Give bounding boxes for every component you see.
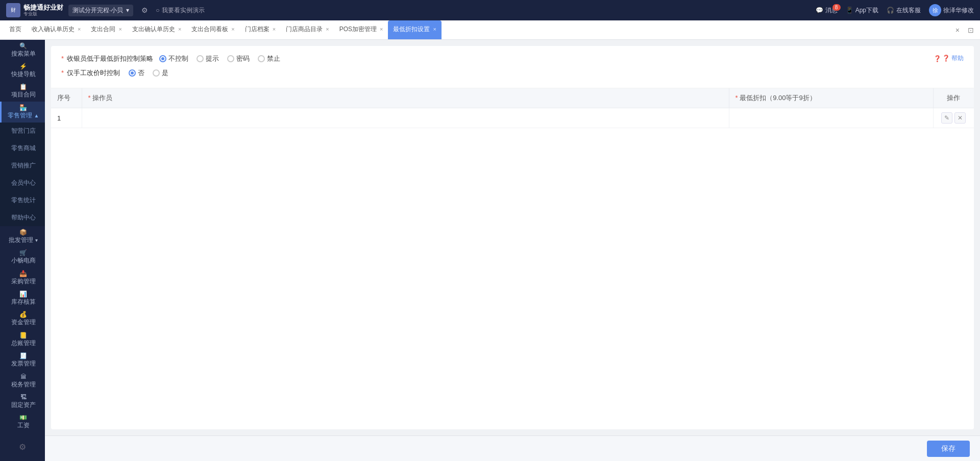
manual-label-text: 仅手工改价时控制 — [67, 69, 120, 77]
policy-option-remind[interactable]: 提示 — [197, 54, 219, 63]
sidebar-item-general-ledger[interactable]: 📒 总账管理 — [0, 329, 45, 350]
tab-pos-password[interactable]: POS加密管理 × — [334, 20, 388, 40]
sidebar-item-purchase-management[interactable]: 📥 采购管理 — [0, 268, 45, 288]
discount-table: 序号 * 操作员 * 最低折扣（9.00等于9折） 操作 — [51, 88, 974, 128]
policy-option-password-label: 密码 — [236, 54, 250, 63]
tab-close-btn[interactable]: × — [953, 26, 962, 34]
ecommerce-icon: 🛒 — [19, 249, 27, 256]
sidebar-item-marketing[interactable]: 营销推广 — [0, 157, 45, 174]
tab-close-payment-confirm-history[interactable]: × — [178, 27, 181, 32]
edit-button-1[interactable]: ✎ — [941, 112, 952, 124]
sidebar-item-member-center[interactable]: 会员中心 — [0, 174, 45, 191]
policy-option-no-control[interactable]: 不控制 — [159, 54, 188, 63]
manual-option-no[interactable]: 否 — [129, 68, 144, 78]
tab-label-min-discount: 最低折扣设置 — [393, 25, 430, 34]
sidebar-item-ecommerce[interactable]: 🛒 小畅电商 — [0, 247, 45, 267]
manual-radio-group: 否 是 — [129, 68, 168, 78]
sidebar-item-retail-stats[interactable]: 零售统计 — [0, 191, 45, 209]
fixed-assets-icon: 🏗 — [20, 394, 27, 401]
wholesale-management-icon: 📦 — [19, 229, 27, 236]
col-header-min-discount: * 最低折扣（9.00等于9折） — [729, 88, 933, 108]
radio-remind[interactable] — [197, 55, 204, 62]
tab-label-payment-confirm-history: 支出确认单历史 — [132, 25, 175, 34]
tab-close-payment-contract[interactable]: × — [118, 27, 121, 32]
radio-manual-no[interactable] — [129, 69, 136, 77]
radio-password[interactable] — [227, 55, 234, 62]
manual-form-row: * 仅手工改价时控制 否 是 — [61, 68, 934, 78]
service-icon: 🎧 — [887, 7, 894, 14]
tab-close-payment-contract-board[interactable]: × — [231, 27, 234, 32]
logo-main-text: 畅捷通好业财 — [23, 4, 63, 12]
policy-form-row: * 收银员低于最低折扣控制策略 不控制 提示 — [61, 54, 934, 63]
tax-management-icon: 🏛 — [20, 373, 27, 380]
sidebar-item-tax-management[interactable]: 🏛 税务管理 — [0, 371, 45, 391]
policy-option-remind-label: 提示 — [206, 54, 219, 63]
sidebar-item-quick-nav[interactable]: ⚡ 快捷导航 — [0, 60, 45, 81]
sidebar-item-salary[interactable]: 💵 工资 — [0, 412, 45, 432]
policy-option-password[interactable]: 密码 — [227, 54, 250, 63]
sidebar-label-retail-mall: 零售商城 — [11, 144, 36, 153]
help-icon: ❓ — [934, 55, 941, 62]
message-badge: 8 — [832, 4, 841, 11]
quick-nav-icon: ⚡ — [19, 63, 27, 70]
sidebar-label-inventory-calc: 库存核算 — [11, 298, 36, 306]
message-icon: 💬 — [816, 7, 823, 14]
sidebar-label-project-contract: 项目合同 — [11, 90, 36, 99]
sidebar-item-inventory-calc[interactable]: 📊 库存核算 — [0, 288, 45, 308]
table-body: 1 ✎ ✕ — [51, 108, 974, 128]
col-header-action: 操作 — [933, 88, 974, 108]
demo-link-text: 我要看实例演示 — [162, 6, 205, 15]
sidebar-item-project-contract[interactable]: 📋 项目合同 — [0, 81, 45, 102]
sidebar-gear-button[interactable]: ⚙ — [0, 436, 45, 457]
message-action[interactable]: 💬 消息 8 — [816, 6, 838, 15]
policy-option-forbid[interactable]: 禁止 — [258, 54, 280, 63]
header-left: 财 畅捷通好业财 专业版 测试分开完程·小贝 ▾ ⚙ ○ 我要看实例演示 — [6, 3, 205, 17]
sidebar-item-fixed-assets[interactable]: 🏗 固定资产 — [0, 391, 45, 411]
manual-option-yes[interactable]: 是 — [153, 68, 168, 78]
logo-area: 财 畅捷通好业财 专业版 — [6, 3, 63, 17]
tab-close-store-file[interactable]: × — [273, 27, 276, 32]
tab-payment-contract[interactable]: 支出合同 × — [86, 20, 127, 40]
tab-payment-contract-board[interactable]: 支出合同看板 × — [186, 20, 239, 40]
sidebar-item-retail-management[interactable]: 🏪 零售管理 ▲ — [0, 102, 45, 122]
project-selector[interactable]: 测试分开完程·小贝 ▾ — [68, 5, 133, 16]
tab-store-product-catalog[interactable]: 门店商品目录 × — [281, 20, 334, 40]
demo-link[interactable]: ○ 我要看实例演示 — [156, 6, 204, 15]
sidebar-item-invoice-management[interactable]: 🧾 发票管理 — [0, 350, 45, 370]
help-button[interactable]: ❓ ❓ 帮助 — [934, 54, 964, 63]
main-layout: 🔍 搜索菜单 ⚡ 快捷导航 📋 项目合同 🏪 零售管理 ▲ 智营门店 零售商城 … — [0, 40, 980, 461]
col-header-seq: 序号 — [51, 88, 82, 108]
tab-home[interactable]: 首页 — [4, 20, 27, 40]
tab-min-discount[interactable]: 最低折扣设置 × — [388, 20, 441, 40]
online-service-action[interactable]: 🎧 在线客服 — [887, 6, 921, 15]
logo-sub-text: 专业版 — [23, 11, 63, 17]
sidebar-item-smart-store[interactable]: 智营门店 — [0, 123, 45, 140]
tab-label-store-product-catalog: 门店商品目录 — [286, 25, 323, 34]
tab-close-income-history[interactable]: × — [78, 27, 81, 32]
radio-manual-yes[interactable] — [153, 69, 160, 77]
sidebar-item-funds-management[interactable]: 💰 资金管理 — [0, 309, 45, 329]
tab-expand-btn[interactable]: ⊡ — [966, 26, 976, 34]
tab-label-income-history: 收入确认单历史 — [32, 25, 75, 34]
help-label: ❓ 帮助 — [942, 54, 964, 63]
tab-close-pos-password[interactable]: × — [380, 27, 383, 32]
tab-income-history[interactable]: 收入确认单历史 × — [27, 20, 86, 40]
delete-button-1[interactable]: ✕ — [954, 112, 966, 124]
tab-close-min-discount[interactable]: × — [433, 27, 436, 32]
user-action[interactable]: 徐 徐泽华修改 — [929, 4, 974, 16]
save-button[interactable]: 保存 — [927, 441, 970, 457]
settings-button[interactable]: ⚙ — [138, 4, 151, 16]
sidebar-item-search[interactable]: 🔍 搜索菜单 — [0, 40, 45, 60]
radio-forbid[interactable] — [258, 55, 265, 62]
sidebar-item-retail-mall[interactable]: 零售商城 — [0, 139, 45, 157]
tab-close-store-product-catalog[interactable]: × — [326, 27, 329, 32]
tab-payment-confirm-history[interactable]: 支出确认单历史 × — [127, 20, 186, 40]
app-download-action[interactable]: 📱 App下载 — [846, 6, 878, 15]
tab-store-file[interactable]: 门店档案 × — [240, 20, 281, 40]
radio-no-control[interactable] — [159, 55, 166, 62]
required-star-2: * — [61, 69, 64, 77]
sidebar-item-wholesale-management[interactable]: 📦 批发管理 ▾ — [0, 226, 45, 247]
sidebar-item-help-center[interactable]: 帮助中心 — [0, 209, 45, 226]
form-section: * 收银员低于最低折扣控制策略 不控制 提示 — [51, 46, 974, 88]
content-area: * 收银员低于最低折扣控制策略 不控制 提示 — [45, 40, 980, 461]
